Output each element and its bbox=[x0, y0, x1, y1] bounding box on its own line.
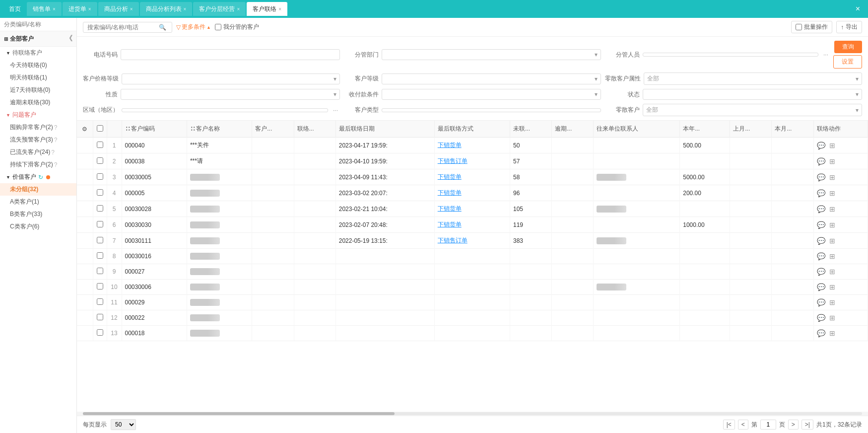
row-checkbox[interactable] bbox=[97, 252, 103, 259]
sidebar-search-input[interactable] bbox=[4, 21, 77, 28]
cell-last-contact-method[interactable]: 下销货单 bbox=[434, 185, 510, 201]
scatter-select[interactable]: 全部▾ bbox=[643, 104, 862, 116]
refresh-icon[interactable]: ↻ bbox=[38, 174, 43, 181]
row-checkbox[interactable] bbox=[97, 298, 103, 305]
sidebar-item-declining[interactable]: 持续下滑客户(2) ? bbox=[0, 158, 76, 171]
contact-method-link[interactable]: 下销货单 bbox=[438, 205, 462, 212]
grid-action-icon[interactable]: ⊞ bbox=[829, 283, 835, 291]
message-icon[interactable]: 💬 bbox=[817, 205, 825, 213]
message-icon[interactable]: 💬 bbox=[817, 221, 825, 229]
select-all-checkbox[interactable] bbox=[97, 125, 103, 132]
customer-level-select[interactable]: ▾ bbox=[382, 73, 601, 84]
all-customers-header[interactable]: ⊞ 全部客户 《 bbox=[0, 31, 76, 47]
grid-action-icon[interactable]: ⊞ bbox=[829, 221, 835, 229]
sidebar-item-class-c[interactable]: C类客户(6) bbox=[0, 220, 76, 233]
batch-checkbox[interactable] bbox=[796, 24, 802, 30]
cell-last-contact-method[interactable]: 下销货单 bbox=[434, 138, 510, 153]
cell-code[interactable]: 00030111 bbox=[122, 233, 187, 249]
row-checkbox[interactable] bbox=[97, 268, 103, 274]
contact-method-link[interactable]: 下销售订单 bbox=[438, 237, 467, 244]
region-select[interactable] bbox=[122, 108, 328, 112]
prev-page-button[interactable]: < bbox=[738, 420, 748, 430]
cell-code[interactable]: 000040 bbox=[122, 138, 187, 153]
cell-code[interactable]: 000027 bbox=[122, 264, 187, 280]
message-icon[interactable]: 💬 bbox=[817, 268, 825, 276]
close-sales-icon[interactable]: × bbox=[53, 6, 56, 12]
sidebar-item-lost[interactable]: 已流失客户(24) ? bbox=[0, 146, 76, 158]
sidebar-item-class-a[interactable]: A类客户(1) bbox=[0, 196, 76, 208]
message-icon[interactable]: 💬 bbox=[817, 314, 825, 322]
message-icon[interactable]: 💬 bbox=[817, 189, 825, 197]
customer-type-select[interactable] bbox=[382, 108, 601, 112]
row-checkbox[interactable] bbox=[97, 237, 103, 243]
message-icon[interactable]: 💬 bbox=[817, 283, 825, 291]
message-icon[interactable]: 💬 bbox=[817, 237, 825, 245]
filter-search-input[interactable] bbox=[87, 24, 157, 31]
sidebar-item-7day-contact[interactable]: 近7天待联络(0) bbox=[0, 84, 76, 96]
nav-tab-customer-contact[interactable]: 客户联络 × bbox=[247, 2, 287, 16]
cell-last-contact-method[interactable]: 下销货单 bbox=[434, 169, 510, 185]
pending-contact-group[interactable]: ▼ 待联络客户 bbox=[0, 47, 76, 59]
contact-method-link[interactable]: 下销售订单 bbox=[438, 157, 467, 164]
row-checkbox[interactable] bbox=[97, 157, 103, 164]
col-this-month[interactable]: 本月... bbox=[772, 121, 813, 138]
col-code[interactable]: ∷ 客户编码 bbox=[122, 121, 187, 138]
cell-code[interactable]: 00030030 bbox=[122, 217, 187, 233]
row-checkbox[interactable] bbox=[97, 142, 103, 148]
problem-customers-group[interactable]: ▼ 问题客户 bbox=[0, 109, 76, 121]
row-checkbox[interactable] bbox=[97, 329, 103, 336]
contact-method-link[interactable]: 下销货单 bbox=[438, 173, 462, 180]
cell-last-contact-method[interactable]: 下销售订单 bbox=[434, 233, 510, 249]
close-customer-contact-icon[interactable]: × bbox=[278, 6, 281, 12]
row-checkbox[interactable] bbox=[97, 173, 103, 180]
scatter-attr-select[interactable]: 全部▾ bbox=[644, 72, 862, 85]
grid-action-icon[interactable]: ⊞ bbox=[829, 314, 835, 322]
sidebar-item-today-contact[interactable]: 今天待联络(0) bbox=[0, 59, 76, 72]
payment-select[interactable]: ▾ bbox=[382, 89, 601, 100]
sidebar-item-overdue-contact[interactable]: 逾期未联络(30) bbox=[0, 96, 76, 109]
cell-last-contact-method[interactable]: 下销售订单 bbox=[434, 153, 510, 169]
grid-action-icon[interactable]: ⊞ bbox=[829, 298, 835, 306]
my-customers-checkbox[interactable] bbox=[215, 24, 221, 30]
nav-tab-analysis-list[interactable]: 商品分析列表 × bbox=[140, 2, 193, 16]
horizontal-scrollbar[interactable] bbox=[77, 412, 868, 416]
next-page-button[interactable]: > bbox=[788, 420, 799, 430]
message-icon[interactable]: 💬 bbox=[817, 252, 825, 260]
row-checkbox[interactable] bbox=[97, 314, 103, 320]
nav-tab-customer-layer[interactable]: 客户分层经营 × bbox=[193, 2, 246, 16]
status-select[interactable]: ▾ bbox=[643, 89, 862, 100]
col-last-month[interactable]: 上月... bbox=[730, 121, 772, 138]
region-more-icon[interactable]: ··· bbox=[331, 107, 340, 114]
col-this-year[interactable]: 本年... bbox=[680, 121, 730, 138]
query-button[interactable]: 查询 bbox=[834, 41, 862, 53]
export-button[interactable]: ↑ 导出 bbox=[836, 21, 862, 33]
price-level-select[interactable]: ▾ bbox=[122, 73, 340, 84]
last-page-button[interactable]: >| bbox=[801, 420, 813, 430]
filter-search-icon[interactable]: 🔍 bbox=[159, 24, 166, 31]
grid-action-icon[interactable]: ⊞ bbox=[829, 189, 835, 197]
sidebar-item-ungroup[interactable]: 未分组(32) bbox=[0, 183, 76, 196]
message-icon[interactable]: 💬 bbox=[817, 142, 825, 149]
message-icon[interactable]: 💬 bbox=[817, 157, 825, 165]
per-page-select[interactable]: 50 100 200 bbox=[111, 419, 136, 430]
close-all-button[interactable]: × bbox=[852, 4, 864, 13]
col-overdue[interactable]: 逾期... bbox=[552, 121, 594, 138]
manager-select[interactable] bbox=[643, 53, 818, 57]
message-icon[interactable]: 💬 bbox=[817, 329, 825, 337]
row-checkbox[interactable] bbox=[97, 221, 103, 227]
more-icon[interactable]: ··· bbox=[821, 51, 830, 58]
sidebar-item-lostwarning[interactable]: 流失预警客户(3) ? bbox=[0, 134, 76, 146]
cell-code[interactable]: 00030005 bbox=[122, 169, 187, 185]
cell-code[interactable]: 000029 bbox=[122, 295, 187, 310]
sidebar-collapse-icon[interactable]: 《 bbox=[66, 34, 72, 43]
col-type[interactable]: 客户... bbox=[252, 121, 294, 138]
nav-tab-sales[interactable]: 销售单 × bbox=[27, 2, 62, 16]
col-name[interactable]: ∷ 客户名称 bbox=[187, 121, 252, 138]
col-last-contact-method[interactable]: 最后联络方式 bbox=[434, 121, 510, 138]
cell-code[interactable]: 00030006 bbox=[122, 280, 187, 295]
col-settings[interactable]: ⚙ bbox=[77, 121, 93, 138]
col-contact[interactable]: 联络... bbox=[294, 121, 335, 138]
message-icon[interactable]: 💬 bbox=[817, 173, 825, 181]
cell-code[interactable]: 000005 bbox=[122, 185, 187, 201]
close-analysis-list-icon[interactable]: × bbox=[184, 6, 187, 12]
